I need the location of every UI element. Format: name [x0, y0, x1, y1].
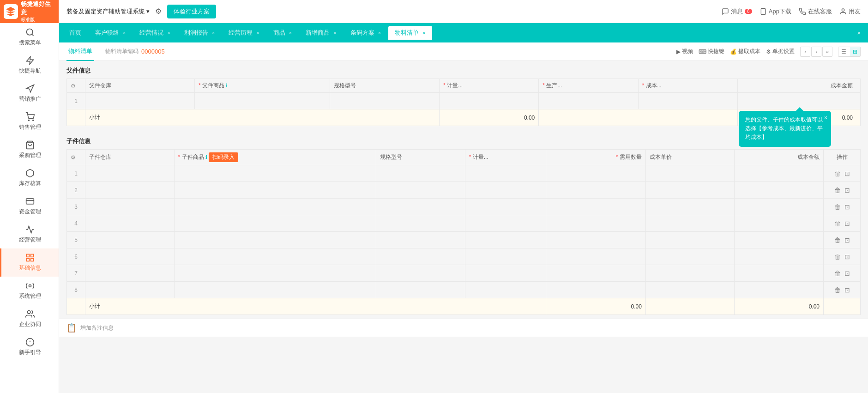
child-warehouse-cell[interactable] — [85, 248, 175, 265]
delete-icon[interactable]: 🗑 — [834, 253, 841, 260]
copy-icon[interactable]: ⊡ — [844, 187, 850, 194]
child-unit-cost-cell[interactable] — [645, 165, 735, 182]
copy-icon[interactable]: ⊡ — [844, 253, 850, 260]
nav-prev-icon[interactable]: ‹ — [800, 47, 810, 57]
child-spec-cell[interactable] — [376, 232, 465, 248]
tab-new-goods[interactable]: 新增商品 × — [299, 26, 343, 40]
child-th-settings[interactable]: ⚙ — [67, 150, 85, 165]
nav-first-icon[interactable]: « — [822, 47, 832, 57]
nav-next-icon[interactable]: › — [811, 47, 821, 57]
sidebar-item-sales[interactable]: 销售管理 — [0, 108, 59, 136]
child-goods-cell[interactable] — [174, 265, 376, 282]
child-warehouse-cell[interactable] — [85, 165, 175, 182]
child-goods-cell[interactable] — [174, 248, 376, 265]
gear-button[interactable]: ⚙ — [155, 7, 162, 16]
child-unit-cell[interactable] — [465, 165, 546, 182]
child-unit-cell[interactable] — [465, 215, 546, 232]
child-unit-cell[interactable] — [465, 282, 546, 298]
sidebar-item-search[interactable]: 搜索菜单 — [0, 23, 59, 51]
child-unit-cost-cell[interactable] — [645, 282, 735, 298]
delete-icon[interactable]: 🗑 — [834, 220, 841, 227]
child-spec-cell[interactable] — [376, 182, 465, 199]
sidebar-item-basic[interactable]: 基础信息 — [0, 248, 59, 277]
child-warehouse-cell[interactable] — [85, 182, 175, 199]
tab-close-icon[interactable]: × — [289, 30, 292, 36]
child-warehouse-cell[interactable] — [85, 282, 175, 298]
info-icon[interactable]: ℹ — [205, 154, 207, 160]
child-quantity-cell[interactable] — [546, 165, 645, 182]
delete-icon[interactable]: 🗑 — [834, 187, 841, 194]
settings-gear-icon[interactable]: ⚙ — [71, 154, 76, 161]
tab-operation-status[interactable]: 经营情况 × — [133, 26, 176, 40]
child-spec-cell[interactable] — [376, 265, 465, 282]
child-spec-cell[interactable] — [376, 215, 465, 232]
settings-gear-icon[interactable]: ⚙ — [71, 83, 76, 89]
sidebar-item-purchase[interactable]: 采购管理 — [0, 136, 59, 164]
info-icon[interactable]: ℹ — [226, 83, 228, 88]
child-goods-cell[interactable] — [174, 182, 376, 199]
sidebar-item-operation[interactable]: 经营管理 — [0, 220, 59, 248]
child-quantity-cell[interactable] — [546, 265, 645, 282]
scan-button[interactable]: 扫码录入 — [209, 152, 238, 162]
tab-close-icon[interactable]: × — [378, 30, 381, 36]
cost-action[interactable]: 💰 提取成本 — [730, 48, 760, 55]
tab-more[interactable]: × — [853, 28, 864, 38]
message-action[interactable]: 消息 6 — [722, 7, 752, 16]
settings-action[interactable]: ⚙ 单据设置 — [766, 48, 795, 55]
child-unit-cell[interactable] — [465, 248, 546, 265]
child-warehouse-cell[interactable] — [85, 215, 175, 232]
user-action[interactable]: 用友 — [839, 7, 861, 16]
sidebar-item-enterprise[interactable]: 企业协同 — [0, 305, 59, 333]
child-quantity-cell[interactable] — [546, 199, 645, 215]
copy-icon[interactable]: ⊡ — [844, 203, 850, 211]
tab-close-icon[interactable]: × — [422, 30, 425, 36]
child-goods-cell[interactable] — [174, 199, 376, 215]
tab-goods[interactable]: 商品 × — [267, 26, 298, 40]
tab-history[interactable]: 经营历程 × — [222, 26, 265, 40]
child-spec-cell[interactable] — [376, 199, 465, 215]
tab-close-icon[interactable]: × — [123, 30, 126, 36]
tab-close-icon[interactable]: × — [333, 30, 336, 36]
service-action[interactable]: 在线客服 — [799, 7, 832, 16]
copy-icon[interactable]: ⊡ — [844, 286, 850, 294]
child-unit-cost-cell[interactable] — [645, 248, 735, 265]
sidebar-item-system[interactable]: 系统管理 — [0, 277, 59, 305]
child-unit-cell[interactable] — [465, 182, 546, 199]
system-name-dropdown[interactable]: 装备及固定资产辅助管理系统 ▾ — [66, 7, 150, 16]
try-button[interactable]: 体验行业方案 — [167, 5, 216, 18]
tab-home[interactable]: 首页 — [63, 26, 88, 40]
tab-close-icon[interactable]: × — [212, 30, 215, 36]
child-quantity-cell[interactable] — [546, 282, 645, 298]
child-spec-cell[interactable] — [376, 165, 465, 182]
copy-icon[interactable]: ⊡ — [844, 170, 850, 177]
child-goods-cell[interactable] — [174, 282, 376, 298]
tooltip-close-button[interactable]: × — [824, 114, 827, 122]
delete-icon[interactable]: 🗑 — [834, 203, 841, 211]
delete-icon[interactable]: 🗑 — [834, 270, 841, 277]
shortcut-action[interactable]: ⌨ 快捷键 — [699, 48, 724, 55]
child-quantity-cell[interactable] — [546, 248, 645, 265]
sidebar-item-quick-nav[interactable]: 快捷导航 — [0, 51, 59, 79]
delete-icon[interactable]: 🗑 — [834, 286, 841, 294]
parent-unit-cell[interactable] — [440, 93, 539, 109]
sidebar-item-guide[interactable]: 新手引导 — [0, 333, 59, 361]
parent-th-settings[interactable]: ⚙ — [67, 79, 85, 93]
view-table-btn[interactable]: ⊞ — [850, 47, 860, 56]
tab-close-icon[interactable]: × — [167, 30, 170, 36]
child-unit-cell[interactable] — [465, 265, 546, 282]
delete-icon[interactable]: 🗑 — [834, 236, 841, 244]
tab-bom[interactable]: 物料清单 × — [388, 26, 432, 40]
delete-icon[interactable]: 🗑 — [834, 170, 841, 177]
parent-spec-cell[interactable] — [330, 93, 440, 109]
child-warehouse-cell[interactable] — [85, 232, 175, 248]
child-unit-cost-cell[interactable] — [645, 265, 735, 282]
child-unit-cost-cell[interactable] — [645, 199, 735, 215]
tab-close-icon[interactable]: × — [256, 30, 259, 36]
tab-customer[interactable]: 客户联络 × — [89, 26, 132, 40]
tab-profit[interactable]: 利润报告 × — [178, 26, 221, 40]
child-unit-cell[interactable] — [465, 232, 546, 248]
child-unit-cost-cell[interactable] — [645, 215, 735, 232]
child-quantity-cell[interactable] — [546, 182, 645, 199]
sidebar-item-inventory[interactable]: 库存核算 — [0, 164, 59, 192]
sub-tab-list[interactable]: 物料清单 — [66, 42, 94, 61]
